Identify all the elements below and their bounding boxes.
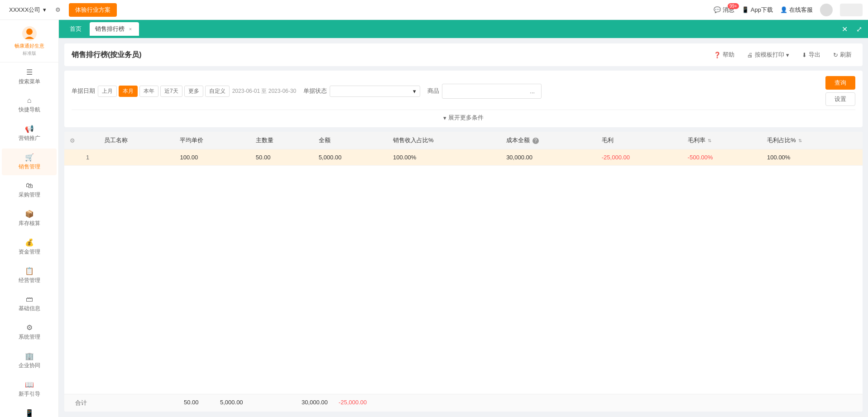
- company-name: XXXXX公司: [9, 6, 40, 14]
- sidebar-logo: 畅康通好生意 标准版: [0, 20, 58, 62]
- online-support-button[interactable]: 👤 在线客服: [780, 6, 813, 14]
- tab-sales-ranking[interactable]: 销售排行榜 ×: [90, 22, 139, 36]
- help-icon: ❓: [714, 52, 721, 58]
- company-selector[interactable]: XXXXX公司 ▾: [5, 4, 50, 16]
- sidebar-item-basic[interactable]: 🗃 基础信息: [2, 291, 57, 317]
- date-range-group: 上月 本月 本年 近7天 更多 自定义: [98, 86, 230, 97]
- query-button[interactable]: 查询: [825, 76, 855, 90]
- refresh-button[interactable]: ↻ 刷新: [830, 49, 855, 61]
- sidebar-item-enterprise[interactable]: 🏢 企业协同: [2, 347, 57, 374]
- tab-close-all-button[interactable]: ✕: [839, 24, 850, 34]
- footer-sales-ratio: [251, 399, 296, 407]
- rankings-table: ⚙ 员工名称 平均单价 主数量 全额 销售收入占比% 成本全额 ? 毛利: [64, 132, 863, 166]
- sidebar-item-operations[interactable]: 📋 经营管理: [2, 262, 57, 289]
- user-name-area[interactable]: [840, 4, 863, 16]
- col-sales-ratio: 销售收入占比%: [388, 132, 501, 149]
- tab-close-button[interactable]: ×: [127, 26, 134, 32]
- row-settings: [64, 149, 81, 166]
- tab-restore-button[interactable]: ⤢: [854, 24, 864, 34]
- support-icon: 👤: [780, 6, 787, 13]
- col-settings[interactable]: ⚙: [64, 132, 81, 149]
- status-select[interactable]: ▾: [330, 86, 420, 97]
- apps-icon: 📱: [25, 409, 34, 417]
- sidebar-item-sales[interactable]: 🛒 销售管理: [2, 149, 57, 175]
- message-badge: 99+: [728, 3, 739, 9]
- profit-ratio-sort-icon[interactable]: ⇅: [798, 138, 802, 143]
- settings-button[interactable]: ⚙: [52, 4, 64, 16]
- sidebar-item-inventory[interactable]: 📦 库存核算: [2, 205, 57, 232]
- profit-rate-sort-icon[interactable]: ⇅: [708, 138, 711, 143]
- footer-quantity: 50.00: [178, 399, 215, 407]
- footer-profit-rate: [372, 399, 408, 407]
- date-btn-this-year[interactable]: 本年: [139, 86, 158, 97]
- header-right: 💬 消息 99+ 📱 App下载 👤 在线客服: [714, 4, 863, 16]
- export-button[interactable]: ⬇ 导出: [798, 49, 824, 61]
- sidebar-item-purchase[interactable]: 🛍 采购管理: [2, 177, 57, 203]
- print-chevron-icon: ▾: [786, 52, 789, 58]
- enterprise-icon: 🏢: [25, 352, 34, 360]
- sidebar-item-guide[interactable]: 📖 新手引导: [2, 376, 57, 403]
- goods-input[interactable]: ...: [442, 84, 542, 99]
- col-cost: 成本全额 ?: [501, 132, 596, 149]
- operations-icon: 📋: [25, 267, 34, 275]
- app-download-button[interactable]: 📱 App下载: [742, 6, 773, 14]
- table-empty-area: [64, 166, 863, 394]
- footer-cost: 30,000.00: [296, 399, 333, 407]
- app-icon: 📱: [742, 6, 749, 13]
- page-title-row: 销售排行榜(按业务员) ❓ 帮助 🖨 按模板打印 ▾ ⬇ 导出: [64, 43, 863, 66]
- sidebar-item-label: 采购管理: [19, 191, 40, 199]
- col-avg-price: 平均单价: [174, 132, 250, 149]
- status-filter-label: 单据状态: [303, 87, 327, 95]
- cost-help-icon[interactable]: ?: [532, 138, 539, 144]
- avatar[interactable]: [820, 4, 833, 16]
- print-button[interactable]: 🖨 按模板打印 ▾: [743, 49, 793, 61]
- col-quantity: 主数量: [250, 132, 313, 149]
- sidebar-item-quick-nav[interactable]: ⌂ 快捷导航: [2, 92, 57, 118]
- sidebar-item-system[interactable]: ⚙ 系统管理: [2, 319, 57, 345]
- date-btn-last-month[interactable]: 上月: [98, 86, 117, 97]
- col-amount: 全额: [313, 132, 388, 149]
- row-quantity: 50.00: [250, 149, 313, 166]
- filter-area: 单据日期 上月 本月 本年 近7天 更多 自定义 2023-06-01 至 20…: [64, 71, 863, 127]
- more-conditions-toggle[interactable]: ▾ 展开更多条件: [72, 110, 855, 122]
- sidebar-item-search-order[interactable]: ☰ 搜索菜单: [2, 63, 57, 90]
- footer-profit-ratio: [408, 399, 445, 407]
- sidebar-item-finance[interactable]: 💰 资金管理: [2, 234, 57, 260]
- date-btn-more[interactable]: 更多: [184, 86, 203, 97]
- sidebar-item-apps[interactable]: 📱 应用中心: [2, 404, 57, 417]
- system-icon: ⚙: [26, 323, 33, 332]
- top-header: XXXXX公司 ▾ ⚙ 体验行业方案 💬 消息 99+ 📱 App下载 👤 在线…: [0, 0, 868, 20]
- row-rank: 1: [81, 149, 99, 166]
- col-rank: [81, 132, 99, 149]
- goods-ellipsis-button[interactable]: ...: [527, 86, 537, 96]
- sidebar: 畅康通好生意 标准版 ☰ 搜索菜单 ⌂ 快捷导航 📢 营销推广 🛒 销售管理 🛍…: [0, 20, 59, 417]
- date-btn-this-month[interactable]: 本月: [119, 86, 138, 97]
- row-profit: -25,000.00: [596, 149, 682, 166]
- finance-icon: 💰: [25, 238, 34, 247]
- filter-settings-button[interactable]: 设置: [825, 92, 855, 106]
- row-cost: 30,000.00: [501, 149, 596, 166]
- col-profit: 毛利: [596, 132, 682, 149]
- basic-icon: 🗃: [26, 295, 33, 303]
- table-header-row: ⚙ 员工名称 平均单价 主数量 全额 销售收入占比% 成本全额 ? 毛利: [64, 132, 863, 149]
- sidebar-item-label: 销售管理: [19, 163, 40, 171]
- sidebar-item-label: 库存核算: [19, 220, 40, 227]
- footer-amount: 5,000.00: [215, 399, 251, 407]
- help-button[interactable]: ❓ 帮助: [710, 49, 738, 61]
- date-btn-last-7-days[interactable]: 近7天: [160, 86, 182, 97]
- message-button[interactable]: 💬 消息 99+: [714, 6, 734, 14]
- date-btn-custom[interactable]: 自定义: [205, 86, 230, 97]
- export-icon: ⬇: [802, 52, 807, 58]
- row-name: [99, 149, 174, 166]
- table-footer: 合计 50.00 5,000.00 30,000.00 -25,000.00: [64, 394, 863, 412]
- goods-filter: 商品 ...: [427, 84, 542, 99]
- row-profit-rate: -500.00%: [682, 149, 762, 166]
- logo-icon: [21, 25, 38, 42]
- tab-home[interactable]: 首页: [62, 22, 89, 36]
- sidebar-item-marketing[interactable]: 📢 营销推广: [2, 120, 57, 147]
- footer-avg-price: [142, 399, 178, 407]
- content-area: 首页 销售排行榜 × ✕ ⤢ 销售排行榜(按业务员) ❓ 帮助: [59, 20, 868, 417]
- sidebar-item-label: 搜索菜单: [19, 78, 40, 86]
- purchase-icon: 🛍: [26, 182, 33, 190]
- trial-button[interactable]: 体验行业方案: [69, 3, 117, 17]
